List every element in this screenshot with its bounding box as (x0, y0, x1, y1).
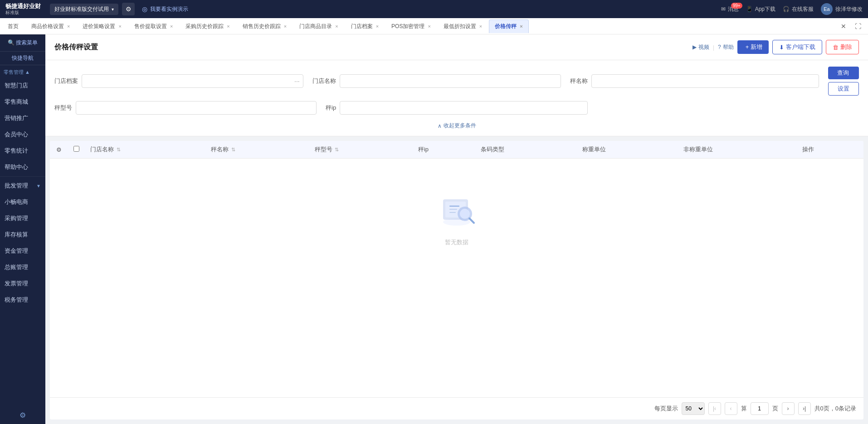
col-settings-icon[interactable]: ⚙ (56, 146, 62, 153)
tab-min-discount-close[interactable]: × (479, 24, 482, 29)
sidebar-item-tax-mgmt[interactable]: 税务管理 (0, 292, 45, 308)
tab-price-scale[interactable]: 价格传秤 × (489, 19, 528, 33)
tab-purchase-strategy-close[interactable]: × (118, 24, 121, 29)
table-header-row: ⚙ 门店名称 ⇅ 秤名称 ⇅ (50, 141, 863, 159)
user-area[interactable]: Ea 徐泽华修改 (821, 3, 863, 15)
sidebar-item-help-center[interactable]: 帮助中心 (0, 159, 45, 175)
tab-pos-encrypt[interactable]: POS加密管理 × (385, 19, 437, 33)
message-badge: 99+ (731, 3, 742, 9)
demo-button[interactable]: ◎ 我要看实例演示 (142, 5, 188, 13)
store-name-label: 门店名称 (312, 77, 336, 85)
sidebar-item-member-center[interactable]: 会员中心 (0, 126, 45, 143)
tab-store-profile-close[interactable]: × (376, 24, 379, 29)
add-button[interactable]: + 新增 (737, 40, 769, 54)
tab-pos-encrypt-close[interactable]: × (428, 24, 430, 29)
tab-selling-extract-close[interactable]: × (170, 24, 173, 29)
scale-model-sort-icon[interactable]: ⇅ (335, 147, 339, 152)
last-page-icon: ›| (803, 405, 806, 412)
sidebar-item-xiaochang-ecom[interactable]: 小畅电商 (0, 194, 45, 210)
tab-price-scale-close[interactable]: × (520, 24, 522, 29)
tab-purchase-history-close[interactable]: × (227, 24, 229, 29)
tab-purchase-strategy[interactable]: 进价策略设置 × (77, 19, 127, 33)
tab-sales-history-close[interactable]: × (284, 24, 287, 29)
online-service-button[interactable]: 🎧 在线客服 (783, 5, 814, 13)
sidebar-item-retail-stats[interactable]: 零售统计 (0, 143, 45, 159)
table-area: ⚙ 门店名称 ⇅ 秤名称 ⇅ (50, 141, 863, 419)
sidebar-item-wholesale-mgmt[interactable]: 批发管理 ▼ (0, 178, 45, 194)
last-page-button[interactable]: ›| (798, 402, 811, 415)
page-number-input[interactable] (751, 402, 769, 415)
tab-commodity-price[interactable]: 商品价格设置 × (25, 19, 76, 33)
sidebar-item-general-ledger[interactable]: 总账管理 (0, 259, 45, 275)
sidebar-gear-icon[interactable]: ⚙ (20, 411, 26, 419)
next-page-button[interactable]: › (782, 402, 795, 415)
filter-area: 门店档案 ··· 门店名称 秤名称 查询 (45, 60, 868, 136)
tab-expand-button[interactable]: ⛶ (852, 20, 864, 33)
video-button[interactable]: ▶ 视频 (692, 43, 709, 51)
prev-page-button[interactable]: ‹ (725, 402, 737, 415)
page-size-select[interactable]: 50 10 20 100 (682, 402, 705, 415)
message-button[interactable]: ✉ 消息 99+ (721, 5, 739, 13)
app-download-icon: 📱 (746, 6, 753, 12)
store-name-sort-icon[interactable]: ⇅ (117, 147, 121, 152)
scale-name-sort-icon[interactable]: ⇅ (231, 147, 235, 152)
edition-selector[interactable]: 好业财标准版交付试用 ▾ (50, 4, 118, 15)
sidebar-quicknav[interactable]: 快捷导航 (0, 52, 45, 65)
sidebar-search[interactable]: 🔍 搜索菜单 (0, 34, 45, 52)
query-button[interactable]: 查询 (828, 67, 859, 79)
sidebar-item-retail-mall-label: 零售商城 (5, 98, 28, 106)
sidebar: 🔍 搜索菜单 快捷导航 零售管理 ▲ 智慧门店 零售商城 营销推广 会员中心 零… (0, 34, 45, 424)
edition-label: 好业财标准版交付试用 (54, 5, 109, 13)
tab-store-catalog[interactable]: 门店商品目录 × (293, 19, 344, 33)
select-all-checkbox[interactable] (73, 146, 79, 152)
delete-button[interactable]: 🗑 删除 (826, 40, 859, 54)
add-label: + 新增 (746, 43, 762, 51)
col-settings-header: ⚙ (50, 141, 68, 159)
edition-settings-button[interactable]: ⚙ (122, 3, 135, 15)
play-circle-icon: ▶ (692, 44, 697, 50)
tab-sales-history[interactable]: 销售历史价跟踪 × (237, 19, 293, 33)
tab-store-catalog-close[interactable]: × (335, 24, 338, 29)
tab-purchase-history[interactable]: 采购历史价跟踪 × (180, 19, 235, 33)
scale-name-input[interactable] (591, 74, 819, 88)
tab-store-profile[interactable]: 门店档案 × (345, 19, 385, 33)
filter-store-name: 门店名称 (312, 74, 561, 88)
sidebar-item-smart-store[interactable]: 智慧门店 (0, 77, 45, 94)
tab-min-discount[interactable]: 最低折扣设置 × (438, 19, 488, 33)
scale-model-input[interactable] (76, 101, 317, 115)
download-icon: ⬇ (779, 44, 784, 51)
first-page-button[interactable]: |‹ (708, 402, 721, 415)
app-download-button[interactable]: 📱 App下载 (746, 5, 775, 13)
scale-ip-label: 秤ip (326, 104, 336, 112)
sidebar-item-stock-settle-label: 库存核算 (5, 231, 28, 239)
scale-ip-input[interactable] (340, 101, 588, 115)
avatar: Ea (821, 3, 833, 15)
content-area: 价格传秤设置 ▶ 视频 | ? 帮助 + 新增 ⬇ 客户端下载 (45, 34, 868, 424)
avatar-initials: Ea (824, 6, 829, 12)
col-non-weight-unit-header: 非称重单位 (678, 141, 797, 159)
set-button[interactable]: 设置 (828, 82, 859, 96)
svg-point-4 (460, 209, 470, 219)
sidebar-item-marketing[interactable]: 营销推广 (0, 110, 45, 126)
tab-selling-extract-label: 售价提取设置 (134, 23, 167, 30)
tab-sales-history-label: 销售历史价跟踪 (243, 23, 281, 30)
tab-commodity-price-close[interactable]: × (67, 24, 70, 29)
help-button[interactable]: ? 帮助 (718, 43, 734, 51)
collapse-button[interactable]: ∧ 收起更多条件 (54, 120, 859, 131)
tab-controls: ✕ ⛶ (837, 20, 866, 33)
sidebar-item-fund-mgmt[interactable]: 资金管理 (0, 243, 45, 259)
sidebar-item-invoice-mgmt[interactable]: 发票管理 (0, 275, 45, 292)
sidebar-item-purchase-mgmt[interactable]: 采购管理 (0, 210, 45, 226)
client-download-button[interactable]: ⬇ 客户端下载 (772, 40, 822, 54)
store-profile-dots-button[interactable]: ··· (294, 77, 300, 85)
sidebar-item-retail-mall[interactable]: 零售商城 (0, 94, 45, 110)
tab-selling-extract[interactable]: 售价提取设置 × (128, 19, 179, 33)
store-profile-input[interactable] (82, 74, 303, 88)
sidebar-search-label: 搜索菜单 (16, 39, 38, 46)
tab-close-button[interactable]: ✕ (837, 20, 850, 33)
sidebar-item-stock-settle[interactable]: 库存核算 (0, 226, 45, 243)
app-download-label: App下载 (755, 5, 775, 13)
tab-home[interactable]: 首页 (2, 19, 24, 33)
store-name-input[interactable] (340, 74, 561, 88)
col-scale-ip-header: 秤ip (413, 141, 476, 159)
